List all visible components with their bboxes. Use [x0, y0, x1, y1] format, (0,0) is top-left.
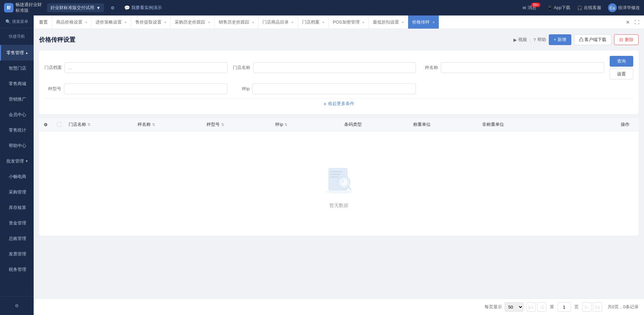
online-service-btn[interactable]: 🎧 在线客服 — [577, 5, 601, 11]
demo-link[interactable]: 💬 我要看实例演示 — [124, 5, 162, 11]
sort-scale-name-icon[interactable]: ⇅ — [152, 123, 155, 127]
search-form: 门店档案 ... 门店名称 秤名称 查询 — [39, 50, 639, 114]
scale-model-input[interactable] — [64, 83, 227, 94]
tab-sales-history[interactable]: 销售历史价跟踪 × — [215, 15, 258, 29]
avatar: Ea — [608, 3, 617, 12]
sort-scale-ip-icon[interactable]: ⇅ — [284, 123, 287, 127]
sidebar-item-invoice[interactable]: 发票管理 — [0, 246, 34, 262]
pagination-last-btn[interactable]: ▷| — [593, 302, 602, 312]
tab-close-purchase-history[interactable]: × — [208, 20, 210, 24]
col-non-weight-unit: 非称重单位 — [479, 118, 612, 131]
message-btn[interactable]: ✉ 消息 99+ — [523, 5, 536, 11]
top-bar: 财 畅捷通好业财 标准版 好业财标准版交付试用 ▼ ⚙ 💬 我要看实例演示 ✉ … — [0, 0, 644, 15]
pagination-first-btn[interactable]: |◁ — [526, 302, 536, 312]
sidebar-item-ecommerce[interactable]: 小畅电商 — [0, 169, 34, 184]
sidebar-item-marketing[interactable]: 营销推广 — [0, 92, 34, 107]
sidebar-item-tax[interactable]: 税务管理 — [0, 262, 34, 277]
scale-name-input[interactable] — [441, 62, 604, 73]
tab-home[interactable]: 首页 — [35, 15, 52, 29]
app-download-btn[interactable]: 📱 App下载 — [547, 5, 570, 11]
col-scale-ip: 秤ip ⇅ — [273, 118, 342, 131]
scale-name-item: 秤名称 — [421, 62, 604, 73]
tab-goods-price[interactable]: 商品价格设置 × — [52, 15, 92, 29]
sidebar-quick-nav[interactable]: 快捷导航 — [0, 28, 34, 45]
tab-close-goods-price[interactable]: × — [85, 20, 87, 24]
sidebar-item-inventory[interactable]: 库存核算 — [0, 200, 34, 215]
pagination-prev-btn[interactable]: ◁ — [537, 302, 546, 312]
svg-point-0 — [325, 190, 352, 194]
scale-ip-label: 秤ip — [233, 86, 250, 92]
scale-model-item: 秤型号 — [44, 83, 227, 94]
page-number-input[interactable] — [558, 302, 571, 312]
tab-close-sale-price[interactable]: × — [164, 20, 166, 24]
table-settings-col[interactable]: ⚙ — [39, 119, 52, 131]
page-size-select[interactable]: 50 100 200 — [505, 302, 524, 312]
sidebar-item-smart-store[interactable]: 智慧门店 — [0, 61, 34, 76]
collapse-btn[interactable]: ∧ 收起更多条件 — [44, 98, 633, 109]
sidebar-item-capital[interactable]: 资金管理 — [0, 215, 34, 231]
user-btn[interactable]: Ea 徐泽华修改 — [608, 3, 640, 12]
data-table: ⚙ 门店名称 ⇅ 秤名称 ⇅ 秤型号 ⇅ — [39, 118, 639, 236]
tab-min-discount[interactable]: 最低折扣设置 × — [369, 15, 408, 29]
sidebar-item-member[interactable]: 会员中心 — [0, 107, 34, 123]
tab-store-goods[interactable]: 门店商品目录 × — [258, 15, 298, 29]
empty-text: 暂无数据 — [329, 203, 348, 209]
tab-close-min-discount[interactable]: × — [402, 20, 404, 24]
query-btn[interactable]: 查询 — [610, 56, 633, 67]
logo-text: 畅捷通好业财 标准版 — [15, 2, 42, 13]
tab-store-profile[interactable]: 门店档案 × — [298, 15, 329, 29]
table-check-col[interactable] — [52, 119, 66, 130]
tab-close-purchase-strategy[interactable]: × — [124, 20, 127, 24]
tab-close-btn[interactable]: ✕ — [624, 18, 632, 26]
sidebar-item-wholesale[interactable]: 批发管理 — [0, 153, 34, 169]
tab-close-sales-history[interactable]: × — [252, 20, 254, 24]
svg-rect-4 — [330, 176, 339, 178]
scale-model-label: 秤型号 — [44, 86, 61, 92]
tab-price-transfer[interactable]: 价格传秤 × — [408, 15, 439, 29]
form-row-2: 秤型号 秤ip — [44, 83, 633, 94]
tab-sale-price[interactable]: 售价提取设置 × — [131, 15, 171, 29]
pagination-bar: 每页显示 50 100 200 |◁ ◁ 算 页 ▷ ▷| 共0页，0条记录 — [34, 299, 644, 315]
sidebar-bottom: ⚙ — [0, 296, 34, 315]
tab-purchase-history[interactable]: 采购历史价跟踪 × — [171, 15, 214, 29]
select-all-checkbox[interactable] — [57, 122, 62, 127]
version-selector[interactable]: 好业财标准版交付试用 ▼ — [47, 3, 104, 12]
sort-scale-model-icon[interactable]: ⇅ — [221, 123, 224, 127]
video-link[interactable]: ▶ 视频 — [513, 37, 527, 43]
tab-close-store-profile[interactable]: × — [322, 20, 324, 24]
tab-close-store-goods[interactable]: × — [291, 20, 293, 24]
empty-state: 暂无数据 — [39, 131, 639, 236]
sidebar-item-retail[interactable]: 零售管理 — [0, 45, 34, 61]
scale-ip-input[interactable] — [252, 83, 416, 94]
settings-btn[interactable]: 设置 — [610, 69, 633, 79]
page-size-label: 每页显示 — [485, 304, 502, 310]
store-name-input[interactable] — [253, 62, 416, 73]
pagination-next-btn[interactable]: ▷ — [582, 302, 592, 312]
tab-pos-manage[interactable]: POS加密管理 × — [329, 15, 369, 29]
sort-store-name-icon[interactable]: ⇅ — [87, 123, 91, 127]
table-header: ⚙ 门店名称 ⇅ 秤名称 ⇅ 秤型号 ⇅ — [39, 118, 639, 131]
main-layout: 🔍 搜索菜单 快捷导航 零售管理 智慧门店 零售商城 营销推广 会员中心 零售统… — [0, 15, 644, 315]
sidebar-item-purchase[interactable]: 采购管理 — [0, 184, 34, 200]
sidebar-search[interactable]: 🔍 搜索菜单 — [0, 15, 34, 28]
col-store-name: 门店名称 ⇅ — [66, 118, 135, 131]
sidebar-item-help-center[interactable]: 帮助中心 — [0, 138, 34, 153]
empty-svg — [319, 162, 359, 195]
store-profile-input[interactable]: ... — [65, 62, 227, 73]
sidebar-item-retail-mall[interactable]: 零售商城 — [0, 76, 34, 92]
version-settings-btn[interactable]: ⚙ — [107, 2, 119, 14]
tab-close-pos-manage[interactable]: × — [362, 20, 364, 24]
tab-close-price-transfer[interactable]: × — [432, 20, 434, 24]
download-btn[interactable]: 凸 客户端下载 — [574, 34, 612, 45]
tab-purchase-strategy[interactable]: 进价策略设置 × — [92, 15, 131, 29]
help-link[interactable]: ? 帮助 — [533, 37, 546, 43]
add-btn[interactable]: + 新增 — [549, 34, 571, 45]
tab-expand-btn[interactable]: ⛶ — [633, 18, 641, 26]
app-logo: 财 畅捷通好业财 标准版 — [4, 2, 42, 13]
delete-btn[interactable]: 自 删除 — [614, 34, 639, 45]
sidebar-item-retail-stats[interactable]: 零售统计 — [0, 123, 34, 138]
pagination-total: 共0页，0条记录 — [608, 304, 639, 310]
sidebar-settings-btn[interactable]: ⚙ — [0, 300, 34, 312]
sidebar-item-ledger[interactable]: 总账管理 — [0, 231, 34, 246]
svg-rect-2 — [330, 171, 342, 172]
